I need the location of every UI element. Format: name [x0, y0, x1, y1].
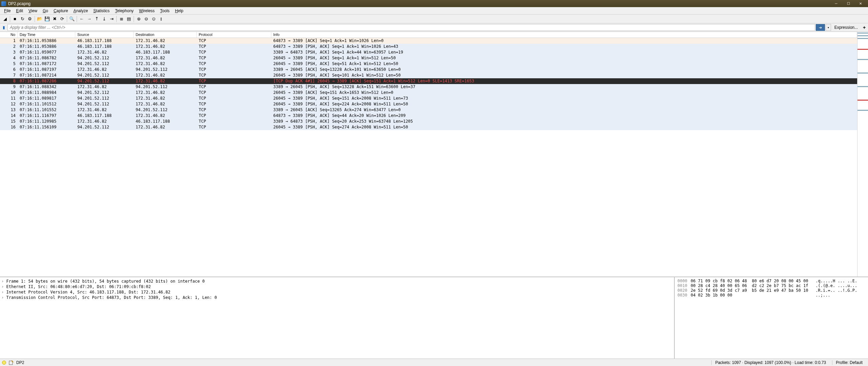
- packet-row[interactable]: 807:16:11.08728694.201.52.112172.31.46.8…: [0, 78, 857, 84]
- expression-button[interactable]: Expression...: [832, 25, 861, 30]
- details-pane-container: Frame 1: 54 bytes on wire (432 bits), 54…: [0, 277, 868, 359]
- display-filter-input[interactable]: [7, 24, 815, 31]
- hex-line[interactable]: 001000 28 c4 28 40 00 65 06 d2 c2 2e b7 …: [677, 283, 865, 288]
- menu-edit[interactable]: Edit: [13, 7, 26, 14]
- zoom-reset-icon[interactable]: ⊙: [150, 15, 157, 23]
- packet-row[interactable]: 907:16:11.088342172.31.46.8294.201.52.11…: [0, 84, 857, 90]
- col-header-protocol[interactable]: Protocol: [197, 32, 271, 38]
- refresh-icon[interactable]: ⟳: [58, 15, 66, 23]
- packet-row[interactable]: 1507:16:11.120985172.31.46.8246.183.117.…: [0, 119, 857, 124]
- goto-icon[interactable]: ⤒: [93, 15, 100, 23]
- last-icon[interactable]: ⇥: [108, 15, 115, 23]
- packet-row[interactable]: 607:16:11.087197172.31.46.8294.201.52.11…: [0, 67, 857, 73]
- status-packet-count: Packets: 1097 · Displayed: 1097 (100.0%)…: [711, 360, 829, 365]
- packet-list: No Day Time Source Destination Protocol …: [0, 32, 868, 277]
- colorize-icon[interactable]: ▤: [125, 15, 133, 23]
- packet-row[interactable]: 1407:16:11.11679746.183.117.188172.31.46…: [0, 113, 857, 119]
- menu-view[interactable]: View: [26, 7, 40, 14]
- back-icon[interactable]: ←: [78, 15, 85, 23]
- menu-analyze[interactable]: Analyze: [71, 7, 91, 14]
- titlebar: DP2.pcapng ─ ☐ ✕: [0, 0, 868, 7]
- minimize-button[interactable]: ─: [830, 0, 842, 7]
- menu-wireless[interactable]: Wireless: [136, 7, 157, 14]
- zoom-in-icon[interactable]: ⊕: [135, 15, 142, 23]
- filter-history-dropdown[interactable]: ▾: [826, 24, 831, 31]
- col-header-destination[interactable]: Destination: [134, 32, 197, 38]
- first-icon[interactable]: ⤓: [100, 15, 108, 23]
- packet-row[interactable]: 707:16:11.08721494.201.52.112172.31.46.8…: [0, 73, 857, 78]
- packet-details-tree[interactable]: Frame 1: 54 bytes on wire (432 bits), 54…: [0, 277, 675, 359]
- menu-tools[interactable]: Tools: [157, 7, 172, 14]
- menubar: FileEditViewGoCaptureAnalyzeStatisticsTe…: [0, 7, 868, 15]
- statusbar: DP2 Packets: 1097 · Displayed: 1097 (100…: [0, 359, 868, 366]
- close-button[interactable]: ✕: [854, 0, 867, 7]
- menu-telephony[interactable]: Telephony: [112, 7, 136, 14]
- resize-columns-icon[interactable]: ⫿: [157, 15, 165, 23]
- col-header-no[interactable]: No: [0, 32, 18, 38]
- stop-icon[interactable]: ■: [11, 15, 19, 23]
- status-profile[interactable]: Profile: Default: [832, 360, 866, 365]
- capture-file-properties-icon[interactable]: [9, 360, 14, 365]
- packet-row[interactable]: 1607:16:11.15610994.201.52.112172.31.46.…: [0, 124, 857, 130]
- autoscroll-icon[interactable]: ≣: [118, 15, 125, 23]
- packet-row[interactable]: 107:16:11.05388646.183.117.188172.31.46.…: [0, 38, 857, 44]
- window-title: DP2.pcapng: [8, 1, 830, 6]
- menu-statistics[interactable]: Statistics: [91, 7, 112, 14]
- menu-help[interactable]: Help: [172, 7, 186, 14]
- col-header-info[interactable]: Info: [271, 32, 857, 38]
- filter-bar: ▮ ➔ ▾ Expression... +: [0, 23, 868, 32]
- packet-row[interactable]: 207:16:11.05388646.183.117.188172.31.46.…: [0, 44, 857, 49]
- menu-capture[interactable]: Capture: [51, 7, 71, 14]
- hex-line[interactable]: 000006 71 09 cb f8 02 06 48 80 e6 d7 20 …: [677, 279, 865, 283]
- tree-node[interactable]: Transmission Control Protocol, Src Port:…: [1, 295, 673, 300]
- col-header-time[interactable]: Day Time: [18, 32, 75, 38]
- packet-list-body[interactable]: 107:16:11.05388646.183.117.188172.31.46.…: [0, 38, 857, 277]
- restart-icon[interactable]: ↻: [19, 15, 26, 23]
- options-icon[interactable]: ⚙: [26, 15, 34, 23]
- packet-row[interactable]: 307:16:11.059077172.31.46.8246.183.117.1…: [0, 49, 857, 55]
- tree-node[interactable]: Frame 1: 54 bytes on wire (432 bits), 54…: [1, 279, 673, 284]
- packet-row[interactable]: 507:16:11.08717294.201.52.112172.31.46.8…: [0, 61, 857, 67]
- packet-minimap[interactable]: [857, 32, 868, 277]
- packet-row[interactable]: 1007:16:11.08898494.201.52.112172.31.46.…: [0, 90, 857, 96]
- packet-list-header: No Day Time Source Destination Protocol …: [0, 32, 857, 38]
- packet-row[interactable]: 1307:16:11.101552172.31.46.8294.201.52.1…: [0, 107, 857, 113]
- tree-node[interactable]: Ethernet II, Src: 06:48:80:e6:d7:20, Dst…: [1, 284, 673, 289]
- menu-go[interactable]: Go: [40, 7, 51, 14]
- tree-node[interactable]: Internet Protocol Version 4, Src: 46.183…: [1, 289, 673, 295]
- hex-line[interactable]: 00202e 52 fd 69 0d 3d c7 a9 b5 de 21 e9 …: [677, 288, 865, 293]
- packet-row[interactable]: 407:16:11.08678294.201.52.112172.31.46.8…: [0, 55, 857, 61]
- packet-row[interactable]: 1107:16:11.08981794.201.52.112172.31.46.…: [0, 96, 857, 101]
- open-icon[interactable]: 📂: [36, 15, 43, 23]
- shark-fin-icon[interactable]: ◢: [1, 15, 9, 23]
- filter-bookmark-button[interactable]: ▮: [1, 24, 7, 30]
- packet-row[interactable]: 1207:16:11.10151294.201.52.112172.31.46.…: [0, 101, 857, 107]
- add-filter-button[interactable]: +: [861, 24, 867, 30]
- packet-bytes-hex[interactable]: 000006 71 09 cb f8 02 06 48 80 e6 d7 20 …: [675, 277, 868, 359]
- hex-line[interactable]: 003004 02 3b 1b 00 00 ..;...: [677, 293, 865, 298]
- toolbar: ◢■↻⚙📂💾✖⟳🔍←→⤒⤓⇥≣▤⊕⊖⊙⫿: [0, 15, 868, 23]
- save-icon[interactable]: 💾: [43, 15, 51, 23]
- col-header-source[interactable]: Source: [75, 32, 134, 38]
- menu-file[interactable]: File: [1, 7, 13, 14]
- apply-filter-button[interactable]: ➔: [816, 24, 825, 31]
- status-file-label: DP2: [16, 360, 24, 365]
- close-icon[interactable]: ✖: [51, 15, 58, 23]
- forward-icon[interactable]: →: [85, 15, 93, 23]
- expert-info-led[interactable]: [2, 361, 6, 365]
- maximize-button[interactable]: ☐: [842, 0, 854, 7]
- find-icon[interactable]: 🔍: [68, 15, 76, 23]
- app-icon: [1, 1, 6, 6]
- zoom-out-icon[interactable]: ⊖: [142, 15, 150, 23]
